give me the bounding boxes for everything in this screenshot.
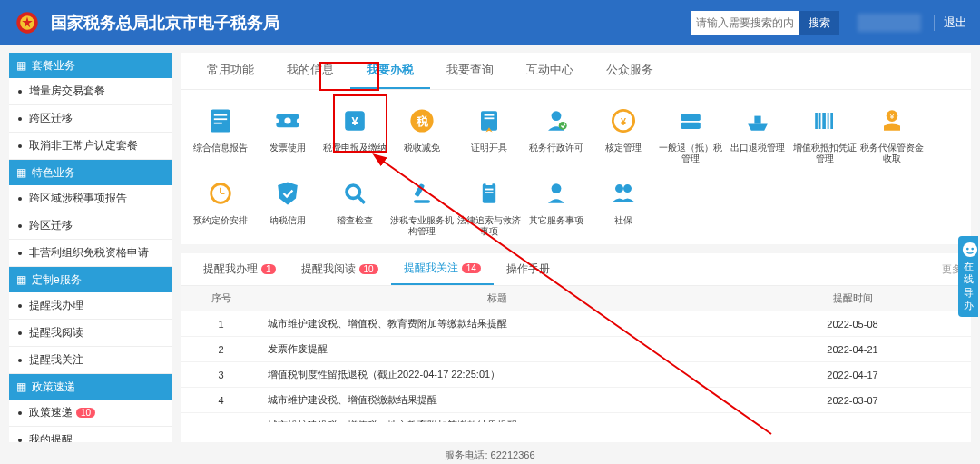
form-icon (202, 103, 239, 139)
bullet-icon (18, 304, 22, 308)
service-label: 纳税信用 (270, 215, 306, 237)
service-item[interactable]: 证明开具 (456, 103, 523, 164)
search-button[interactable]: 搜索 (799, 11, 839, 35)
service-label: 出口退税管理 (730, 143, 785, 164)
svg-rect-26 (754, 116, 760, 124)
svg-rect-27 (815, 113, 818, 129)
sidebar-item[interactable]: 提醒我阅读 (9, 320, 172, 347)
sidebar-item[interactable]: 跨区迁移 (9, 212, 172, 240)
service-item[interactable]: 出口退税管理 (724, 103, 791, 164)
notice-tab[interactable]: 提醒我关注14 (391, 253, 494, 285)
user-info-blurred (858, 14, 921, 32)
service-item[interactable]: 预约定价安排 (187, 175, 254, 237)
sidebar-group-header[interactable]: ▦政策速递 (9, 374, 172, 400)
clipboard-icon (471, 175, 507, 212)
notice-tab[interactable]: 提醒我办理1 (191, 254, 289, 284)
service-item[interactable]: 增值税抵扣凭证管理 (791, 103, 858, 164)
service-label: 综合信息报告 (193, 143, 248, 164)
notice-table: 序号 标题 提醒时间 1城市维护建设税、增值税、教育费附加等缴款结果提醒2022… (181, 286, 971, 422)
bullet-icon (18, 331, 22, 335)
search-input[interactable] (691, 11, 799, 35)
svg-rect-16 (485, 114, 495, 116)
hotline-label: 服务电话: (445, 449, 487, 460)
service-label: 证明开具 (471, 143, 507, 164)
logout-link[interactable]: 退出 (934, 15, 967, 31)
table-row[interactable]: 1城市维护建设税、增值税、教育费附加等缴款结果提醒2022-05-08 (181, 311, 971, 337)
sidebar-group-header[interactable]: ▦套餐业务 (9, 53, 172, 78)
service-item[interactable]: 法律追索与救济事项 (456, 175, 523, 237)
sidebar-group-header[interactable]: ▦定制e服务 (9, 267, 172, 292)
service-item[interactable]: 纳税信用 (254, 175, 321, 237)
grid-icon: ▦ (16, 166, 26, 179)
service-item[interactable]: ¥税务代保管资金收取 (858, 103, 926, 164)
service-item[interactable]: 一般退（抵）税管理 (657, 103, 724, 164)
service-item[interactable]: 税税收减免 (388, 103, 456, 164)
th-date: 提醒时间 (734, 286, 971, 311)
online-help-float[interactable]: 在线导办 (958, 236, 978, 317)
service-item[interactable]: 涉税专业服务机构管理 (388, 175, 456, 237)
grid-icon: ▦ (16, 59, 26, 72)
svg-point-20 (559, 122, 567, 130)
sidebar-item-label: 提醒我阅读 (29, 325, 83, 341)
user-icon: ▦ (16, 273, 26, 286)
pipe-icon (672, 103, 709, 139)
cell-title: 增值税制度性留抵退税（截止2022-04-17 22:25:01） (260, 362, 734, 388)
svg-rect-44 (485, 189, 494, 191)
footer: 服务电话: 62212366 (0, 449, 980, 462)
bullet-icon (18, 359, 22, 362)
svg-rect-6 (214, 123, 222, 124)
table-row[interactable]: 5城市维护建设税、增值税、地方教育附加等缴款结果提醒2022-02-22 (181, 413, 971, 423)
tab-label: 提醒我阅读 (301, 262, 356, 277)
top-tab[interactable]: 公众服务 (590, 53, 670, 89)
svg-rect-4 (214, 114, 227, 116)
service-label: 增值税抵扣凭证管理 (793, 143, 857, 164)
cell-title: 城市维护建设税、增值税、教育费附加等缴款结果提醒 (260, 311, 734, 337)
sidebar-item[interactable]: 增量房交易套餐 (9, 78, 172, 105)
notice-tab[interactable]: 操作手册 (494, 254, 563, 284)
float-label: 在线导办 (964, 261, 974, 311)
service-item[interactable]: 社保 (590, 175, 657, 237)
service-item[interactable]: 稽查检查 (321, 175, 388, 237)
table-row[interactable]: 3增值税制度性留抵退税（截止2022-04-17 22:25:01）2022-0… (181, 362, 971, 388)
cell-date: 2022-03-07 (734, 388, 971, 413)
service-item[interactable]: 综合信息报告 (187, 103, 254, 164)
sidebar-item[interactable]: 非营利组织免税资格申请 (9, 240, 172, 267)
sidebar-item[interactable]: 提醒我关注 (9, 347, 172, 374)
sidebar-item[interactable]: 取消非正常户认定套餐 (9, 133, 172, 160)
table-row[interactable]: 2发票作废提醒2022-04-21 (181, 337, 971, 362)
assistant-avatar-icon (962, 242, 978, 258)
svg-point-46 (552, 183, 562, 193)
sidebar-item-label: 政策速递 (29, 405, 73, 420)
service-item[interactable]: 税务行政许可 (523, 103, 590, 164)
sidebar-item[interactable]: 政策速递10 (9, 400, 172, 427)
hotline-number: 62212366 (491, 449, 535, 460)
service-grid-row1: 综合信息报告发票使用¥税费申报及缴纳税税收减免证明开具税务行政许可¥核定管理一般… (181, 90, 971, 172)
table-row[interactable]: 4城市维护建设税、增值税缴款结果提醒2022-03-07 (181, 388, 971, 413)
count-badge: 10 (76, 408, 95, 418)
cert-icon (471, 103, 507, 139)
sidebar-item[interactable]: 跨区迁移 (9, 105, 172, 133)
service-label: 其它服务事项 (529, 215, 583, 237)
top-tab[interactable]: 我要查询 (430, 53, 510, 89)
barcode-icon (807, 103, 843, 139)
sidebar-item[interactable]: 跨区域涉税事项报告 (9, 185, 172, 212)
bullet-icon (18, 144, 22, 148)
service-label: 税务行政许可 (529, 143, 583, 164)
service-item[interactable]: 其它服务事项 (523, 175, 590, 237)
sidebar-group-header[interactable]: ▦特色业务 (9, 160, 172, 185)
yen-cycle-icon: ¥ (605, 103, 642, 139)
notice-tab[interactable]: 提醒我阅读10 (289, 254, 391, 284)
top-tab[interactable]: 常用功能 (191, 53, 270, 89)
service-item[interactable]: 发票使用 (254, 103, 321, 164)
service-label: 一般退（抵）税管理 (659, 143, 722, 164)
service-item[interactable]: ¥核定管理 (590, 103, 657, 164)
svg-point-10 (284, 117, 290, 123)
sidebar-item[interactable]: 提醒我办理 (9, 292, 172, 320)
clock-icon (202, 175, 239, 212)
top-tab[interactable]: 互动中心 (510, 53, 590, 89)
person-ok-icon (538, 103, 574, 139)
top-tabs: 常用功能我的信息我要办税我要查询互动中心公众服务 (181, 53, 971, 90)
sidebar-item[interactable]: 我的提醒 (9, 427, 172, 442)
service-label: 税务代保管资金收取 (860, 143, 924, 164)
services-card: 常用功能我的信息我要办税我要查询互动中心公众服务 综合信息报告发票使用¥税费申报… (181, 53, 971, 244)
